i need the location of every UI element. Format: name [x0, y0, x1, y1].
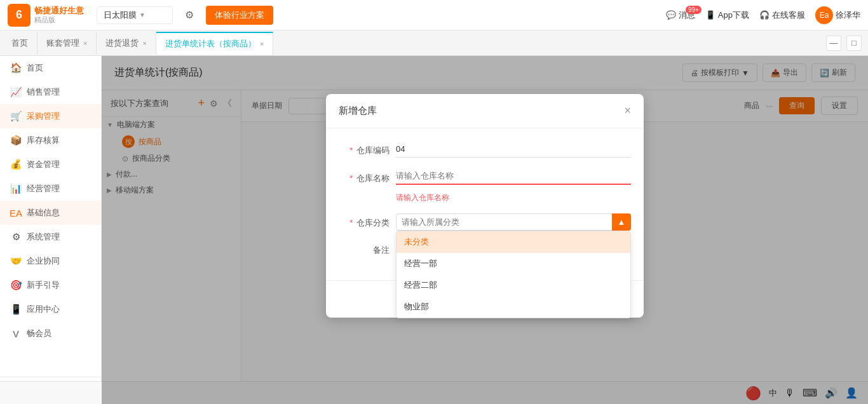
sidebar-item-home[interactable]: 🏠 首页 — [0, 56, 101, 80]
logo-text: 畅捷通好生意 精品版 — [34, 6, 84, 24]
category-label: * 仓库分类 — [339, 213, 390, 229]
category-dropdown-list: 未分类 经营一部 经营二部 物业部 — [396, 231, 631, 318]
code-input[interactable] — [396, 141, 631, 158]
basic-icon: EA — [10, 207, 22, 219]
finance-icon: 💰 — [10, 159, 22, 170]
settings-icon[interactable]: ⚙ — [179, 5, 200, 25]
tab-maximize[interactable]: □ — [846, 36, 862, 51]
sidebar-item-system[interactable]: ⚙ 系统管理 — [0, 225, 101, 249]
purchase-icon: 🛒 — [10, 111, 22, 122]
name-input[interactable] — [396, 168, 631, 185]
logo-icon: 6 — [8, 4, 31, 27]
message-btn[interactable]: 💬 消息 99+ — [666, 10, 695, 21]
name-error-msg: 请输入仓库名称 — [396, 193, 449, 202]
sidebar-item-sales[interactable]: 📈 销售管理 — [0, 80, 101, 104]
tab-close-account[interactable]: × — [83, 39, 87, 47]
option-property[interactable]: 物业部 — [397, 296, 630, 318]
inventory-icon: 📦 — [10, 135, 22, 146]
modal-close-btn[interactable]: × — [624, 104, 631, 118]
sidebar-item-collab[interactable]: 🤝 企业协同 — [0, 249, 101, 273]
category-dropdown-wrapper: ▲ 未分类 经营一部 经营二部 物业部 — [396, 213, 631, 231]
user-avatar: Ea — [815, 6, 833, 24]
sidebar-item-inventory[interactable]: 📦 库存核算 — [0, 128, 101, 152]
avatar-initial: Ea — [820, 11, 829, 20]
sales-icon: 📈 — [10, 86, 22, 98]
option-dept1[interactable]: 经营一部 — [397, 253, 630, 274]
sidebar-item-purchase[interactable]: 🛒 采购管理 — [0, 104, 101, 128]
new-warehouse-modal: 新增仓库 × * 仓库编码 — [326, 94, 644, 318]
operation-icon: 📊 — [10, 183, 22, 194]
store-selector[interactable]: 日太阳膜 ▼ — [97, 6, 173, 24]
tab-purchase-stat[interactable]: 进货单统计表（按商品） × — [156, 32, 273, 55]
sidebar-item-operation[interactable]: 📊 经营管理 — [0, 177, 101, 201]
trial-button[interactable]: 体验行业方案 — [206, 6, 273, 25]
headset-icon: 🎧 — [759, 10, 770, 20]
vip-icon: V — [10, 328, 22, 339]
sidebar-item-finance[interactable]: 💰 资金管理 — [0, 152, 101, 177]
left-sidebar: 🏠 首页 📈 销售管理 🛒 采购管理 📦 库存核算 💰 资金管理 📊 经 — [0, 56, 102, 404]
main-layout: 🏠 首页 📈 销售管理 🛒 采购管理 📦 库存核算 💰 资金管理 📊 经 — [0, 56, 868, 404]
header-right: 💬 消息 99+ 📱 App下载 🎧 在线客服 Ea 徐泽华 — [666, 6, 860, 24]
mobile-icon: 📱 — [705, 10, 715, 20]
sidebar-item-basic[interactable]: EA 基础信息 — [0, 201, 101, 225]
home-icon: 🏠 — [10, 62, 22, 74]
online-service-btn[interactable]: 🎧 在线客服 — [759, 10, 805, 21]
tab-minimize[interactable]: — — [826, 36, 841, 51]
modal-overlay: 新增仓库 × * 仓库编码 — [102, 56, 868, 404]
message-icon: 💬 — [666, 10, 676, 20]
modal-title: 新增仓库 — [339, 105, 377, 117]
tab-account[interactable]: 账套管理 × — [37, 32, 97, 55]
app-download-btn[interactable]: 📱 App下载 — [705, 10, 749, 21]
name-label: * 仓库名称 — [339, 169, 390, 184]
tab-bar: 首页 账套管理 × 进货退货 × 进货单统计表（按商品） × — □ — [0, 30, 868, 56]
logo-area: 6 畅捷通好生意 精品版 — [8, 4, 84, 27]
apps-icon: 📱 — [10, 304, 22, 315]
tab-home[interactable]: 首页 — [3, 32, 37, 55]
top-header: 6 畅捷通好生意 精品版 日太阳膜 ▼ ⚙ 体验行业方案 💬 消息 99+ 📱 … — [0, 0, 868, 30]
collab-icon: 🤝 — [10, 255, 22, 267]
content-area: 进货单统计(按商品) 🖨 按模板打印 ▼ 📤 导出 🔄 刷新 — [102, 56, 868, 404]
system-icon: ⚙ — [10, 231, 22, 243]
guide-icon: 🎯 — [10, 279, 22, 291]
tab-actions: — □ — [826, 36, 868, 51]
modal-header: 新增仓库 × — [326, 94, 644, 128]
tab-purchase-return[interactable]: 进货退货 × — [97, 32, 156, 55]
category-dropdown-toggle[interactable]: ▲ — [612, 213, 631, 231]
user-menu[interactable]: Ea 徐泽华 — [815, 6, 860, 24]
category-row: * 仓库分类 ▲ 未分类 经营 — [339, 213, 631, 231]
name-row: * 仓库名称 请输入仓库名称 — [339, 168, 631, 203]
sidebar-item-vip[interactable]: V 畅会员 — [0, 321, 101, 346]
option-dept2[interactable]: 经营二部 — [397, 274, 630, 296]
code-row: * 仓库编码 — [339, 141, 631, 158]
store-dropdown-arrow: ▼ — [139, 11, 146, 18]
option-unclassified[interactable]: 未分类 — [397, 231, 630, 253]
code-label: * 仓库编码 — [339, 141, 390, 156]
category-input[interactable] — [396, 213, 631, 231]
sidebar-item-apps[interactable]: 📱 应用中心 — [0, 297, 101, 321]
tab-close-stat[interactable]: × — [260, 40, 264, 48]
message-badge: 99+ — [686, 6, 702, 14]
tab-close-return[interactable]: × — [142, 39, 146, 47]
sidebar-item-guide[interactable]: 🎯 新手引导 — [0, 273, 101, 297]
note-label: 备注 — [339, 241, 390, 256]
chevron-up-icon: ▲ — [618, 217, 626, 227]
modal-body: * 仓库编码 * 仓库名称 — [326, 128, 644, 280]
